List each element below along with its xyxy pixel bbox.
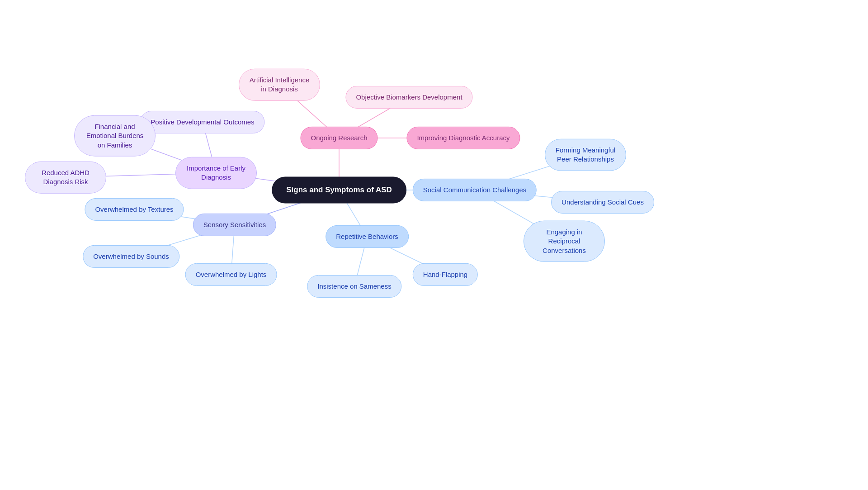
node-improving-diagnostic: Improving Diagnostic Accuracy xyxy=(406,127,520,149)
node-financial-burden: Financial and Emotional Burdens on Famil… xyxy=(74,115,156,157)
center-node: Signs and Symptoms of ASD xyxy=(272,177,406,204)
node-hand-flapping: Hand-Flapping xyxy=(413,263,478,286)
node-textures: Overwhelmed by Textures xyxy=(85,198,184,221)
node-reciprocal-conversations: Engaging in Reciprocal Conversations xyxy=(524,221,605,262)
node-repetitive-behaviors: Repetitive Behaviors xyxy=(326,225,409,248)
node-ai-diagnosis: Artificial Intelligence in Diagnosis xyxy=(239,69,320,101)
node-positive-outcomes: Positive Developmental Outcomes xyxy=(140,111,264,133)
node-social-cues: Understanding Social Cues xyxy=(551,191,654,214)
node-ongoing-research: Ongoing Research xyxy=(300,127,377,149)
node-sensory-sensitivities: Sensory Sensitivities xyxy=(193,214,276,236)
node-lights: Overwhelmed by Lights xyxy=(185,263,277,286)
node-insistence-sameness: Insistence on Sameness xyxy=(307,275,401,298)
node-early-diagnosis: Importance of Early Diagnosis xyxy=(175,157,257,189)
node-adhd-risk: Reduced ADHD Diagnosis Risk xyxy=(25,162,106,194)
node-social-communication: Social Communication Challenges xyxy=(413,179,537,201)
node-biomarkers: Objective Biomarkers Development xyxy=(345,86,472,109)
node-sounds: Overwhelmed by Sounds xyxy=(83,245,179,268)
node-peer-relationships: Forming Meaningful Peer Relationships xyxy=(545,139,626,171)
mind-map: Signs and Symptoms of ASDOngoing Researc… xyxy=(0,0,868,490)
